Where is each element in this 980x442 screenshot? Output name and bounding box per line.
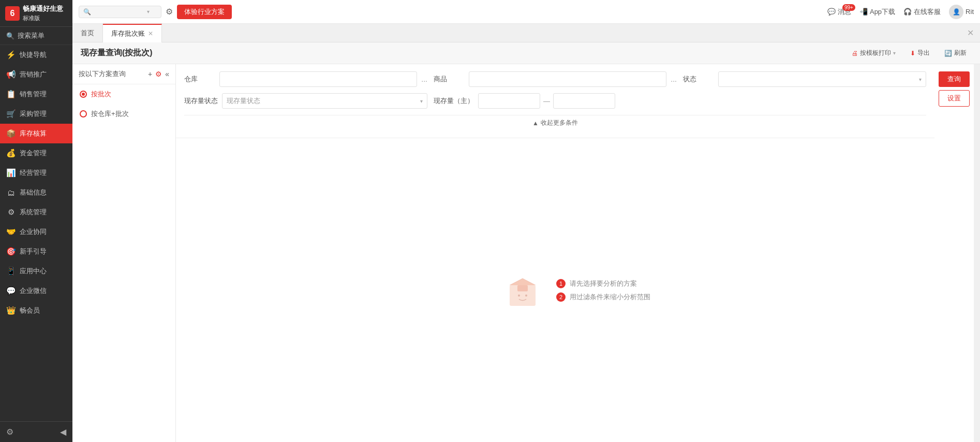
footer-settings-icon[interactable]: ⚙ (6, 427, 13, 437)
sidebar-item-purchase[interactable]: 🛒 采购管理 (0, 104, 72, 124)
warehouse-label: 仓库 (184, 75, 215, 84)
add-scheme-icon[interactable]: + (148, 70, 152, 78)
tab-close-icon[interactable]: ✕ (148, 30, 153, 37)
experience-btn[interactable]: 体验行业方案 (177, 5, 232, 19)
sidebar-item-operations[interactable]: 📊 经营管理 (0, 163, 72, 183)
status-label: 状态 (683, 75, 714, 84)
stock-status-select[interactable]: 现存量状态 ▾ (222, 93, 427, 109)
topbar-user[interactable]: 👤 Rit (949, 5, 974, 19)
app-download-icon: 📲 (859, 8, 868, 16)
topbar-gear-icon[interactable]: ⚙ (166, 7, 173, 17)
empty-state: 1 请先选择要分析的方案 2 用过滤条件来缩小分析范围 (176, 138, 974, 442)
tip-1-num: 1 (556, 279, 566, 288)
left-panel: 按以下方案查询 + ⚙ « 按批次 按仓库+批次 (72, 64, 176, 442)
main-content: 🔍 ▾ ⚙ 体验行业方案 💬 消息 99+ 📲 App下载 🎧 在线客服 👤 R… (72, 0, 980, 442)
operations-icon: 📊 (6, 168, 16, 178)
stock-main-start[interactable] (478, 93, 540, 109)
warehouse-dots[interactable]: ... (421, 75, 427, 83)
quick-nav-icon: ⚡ (6, 50, 16, 60)
sidebar-item-inventory[interactable]: 📦 库存核算 (0, 124, 72, 143)
sidebar-item-basic[interactable]: 🗂 基础信息 (0, 183, 72, 202)
logo-icon: 6 (5, 6, 20, 21)
topbar-app-download[interactable]: 📲 App下载 (859, 7, 895, 17)
sidebar-item-label: 库存核算 (20, 129, 47, 138)
collapse-more-btn[interactable]: ▲ 收起更多条件 (184, 115, 926, 130)
query-btn[interactable]: 查询 (939, 71, 970, 87)
customer-service-icon: 🎧 (903, 8, 912, 16)
sidebar-item-wechat[interactable]: 💬 企业微信 (0, 281, 72, 301)
search-icon: 🔍 (6, 32, 14, 40)
topbar: 🔍 ▾ ⚙ 体验行业方案 💬 消息 99+ 📲 App下载 🎧 在线客服 👤 R… (72, 0, 980, 24)
filter-and-content: 仓库 ... 商品 ... 状态 (176, 64, 974, 442)
refresh-icon: 🔄 (944, 50, 952, 57)
footer-collapse-icon[interactable]: ◀ (60, 427, 66, 437)
message-badge: 99+ (842, 4, 855, 11)
topbar-search-icon: 🔍 (83, 8, 91, 16)
sidebar-nav: ⚡ 快捷导航 📢 营销推广 📋 销售管理 🛒 采购管理 📦 库存核算 💰 资金管… (0, 45, 72, 421)
print-btn[interactable]: 🖨 按模板打印 ▾ (847, 47, 901, 60)
filter-rows: 仓库 ... 商品 ... 状态 (176, 64, 934, 138)
filter-area: 仓库 ... 商品 ... 状态 (176, 64, 974, 138)
sidebar-item-quick-nav[interactable]: ⚡ 快捷导航 (0, 45, 72, 65)
topbar-message[interactable]: 💬 消息 99+ (827, 7, 851, 17)
customer-service-label: 在线客服 (914, 7, 941, 17)
tab-batch-account[interactable]: 库存批次账 ✕ (103, 24, 162, 42)
sidebar-item-marketing[interactable]: 📢 营销推广 (0, 65, 72, 84)
product-dots[interactable]: ... (671, 75, 677, 83)
topbar-search-box[interactable]: 🔍 ▾ (79, 6, 161, 18)
marketing-icon: 📢 (6, 70, 16, 79)
sidebar-item-guide[interactable]: 🎯 新手引导 (0, 242, 72, 261)
settings-btn[interactable]: 设置 (939, 90, 970, 107)
sidebar-item-label: 企业微信 (20, 286, 47, 296)
tabs-close-icon[interactable]: ✕ (967, 28, 974, 38)
product-input[interactable] (469, 71, 666, 87)
sidebar-search-label: 搜索菜单 (18, 31, 44, 40)
svg-marker-1 (510, 278, 536, 285)
sidebar-item-label: 基础信息 (20, 188, 47, 197)
app-edition: 标准版 (23, 14, 63, 22)
status-select[interactable]: ▾ (718, 71, 926, 87)
sidebar-item-label: 新手引导 (20, 247, 47, 256)
scheme-item-by-batch[interactable]: 按批次 (72, 84, 175, 104)
radio-by-warehouse-batch (80, 110, 87, 117)
sidebar-item-label: 采购管理 (20, 109, 47, 119)
page-header: 现存量查询(按批次) 🖨 按模板打印 ▾ ⬇ 导出 🔄 刷新 (72, 42, 980, 64)
sidebar-item-system[interactable]: ⚙ 系统管理 (0, 202, 72, 222)
stock-main-end[interactable] (553, 93, 615, 109)
sidebar-search[interactable]: 🔍 搜索菜单 (0, 27, 72, 45)
stock-status-label: 现存量状态 (184, 96, 218, 106)
sidebar-item-apps[interactable]: 📱 应用中心 (0, 261, 72, 281)
tab-batch-account-label: 库存批次账 (111, 29, 145, 38)
topbar-customer-service[interactable]: 🎧 在线客服 (903, 7, 941, 17)
topbar-search-input[interactable] (93, 8, 145, 16)
sidebar-item-label: 资金管理 (20, 149, 47, 158)
sidebar-item-label: 营销推广 (20, 70, 47, 79)
sidebar-item-finance[interactable]: 💰 资金管理 (0, 143, 72, 163)
sidebar-item-member[interactable]: 👑 畅会员 (0, 301, 72, 320)
filter-row-1: 仓库 ... 商品 ... 状态 (184, 71, 926, 87)
topbar-dropdown-icon[interactable]: ▾ (147, 9, 150, 14)
tip-2-num: 2 (556, 292, 566, 302)
sidebar-item-sales[interactable]: 📋 销售管理 (0, 84, 72, 104)
print-dropdown-icon[interactable]: ▾ (893, 50, 896, 56)
refresh-btn[interactable]: 🔄 刷新 (939, 47, 972, 60)
finance-icon: 💰 (6, 149, 16, 158)
apps-icon: 📱 (6, 267, 16, 276)
tip-1-text: 请先选择要分析的方案 (570, 279, 637, 288)
tab-home[interactable]: 首页 (72, 24, 103, 42)
warehouse-input[interactable] (219, 71, 417, 87)
collapse-left-icon[interactable]: « (165, 70, 169, 78)
scheme-settings-icon[interactable]: ⚙ (155, 70, 162, 78)
left-panel-header-actions: + ⚙ « (148, 70, 169, 78)
tab-home-label: 首页 (81, 28, 94, 38)
sidebar-item-collab[interactable]: 🤝 企业协同 (0, 222, 72, 242)
scheme-item-by-warehouse-batch[interactable]: 按仓库+批次 (72, 104, 175, 124)
sales-icon: 📋 (6, 90, 16, 99)
stock-main-field: 现存量（主） — (434, 93, 677, 109)
stock-status-field: 现存量状态 现存量状态 ▾ (184, 93, 427, 109)
export-btn[interactable]: ⬇ 导出 (905, 47, 935, 60)
product-label: 商品 (434, 75, 465, 84)
left-panel-header-label: 按以下方案查询 (79, 69, 126, 79)
right-scrollbar[interactable] (974, 64, 980, 442)
page-actions: 🖨 按模板打印 ▾ ⬇ 导出 🔄 刷新 (847, 47, 972, 60)
